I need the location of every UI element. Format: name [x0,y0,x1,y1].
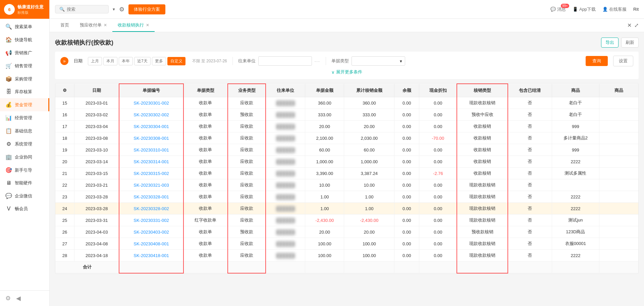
marketing-icon: 📢 [5,50,12,56]
cell-seq: 23 [55,191,74,203]
total-label: 合计 [55,261,119,273]
cell-seq: 19 [55,144,74,156]
total-discount [419,261,457,273]
tab-pre-payment-close[interactable]: ✕ [104,23,107,27]
cell-seq: 17 [55,121,74,132]
cell-counterparty: ██████ [266,226,305,238]
total-verified [344,261,394,273]
expand-icon[interactable]: ⤢ [634,22,639,28]
cell-doc-no: SK-20230328-002 [119,203,183,215]
total-balance [394,261,419,273]
cell-biz-type: 应收款 [228,179,266,191]
tab-pre-payment-label: 预应收付单 [80,22,102,28]
sidebar-item-purchase[interactable]: 📦 采购管理 [0,72,49,85]
tab-collection-exec-close[interactable]: ✕ [146,23,149,27]
tab-pre-payment[interactable]: 预应收付单 ✕ [74,19,112,32]
custom-date-btn[interactable]: 自定义 [167,57,185,65]
cell-product2 [599,132,638,144]
sidebar-bottom: ⚙ ◀ [0,290,49,306]
filter-row: » 日期 上月 本月 本年 近7天 更多 自定义 不限 至 2023-07-26… [60,56,633,66]
sidebar-item-finance[interactable]: 💰 资金管理 [0,98,49,111]
tab-home[interactable]: 首页 [55,19,74,32]
cell-product: 123D商品 [552,226,599,238]
sidebar-item-inventory[interactable]: 🗄 库存核算 [0,85,49,98]
sidebar-item-marketing[interactable]: 📢 营销推广 [0,46,49,59]
total-amount [305,261,344,273]
cell-balance: 0.00 [394,156,419,168]
col-doc-no: 单据编号 [119,84,183,97]
more-btn[interactable]: 更多 [152,57,166,65]
collapse-icon[interactable]: ◀ [16,295,21,302]
cell-counterparty: ██████ [266,168,305,179]
cell-include-cleared: 否 [508,121,552,132]
setting-button[interactable]: 设置 [613,56,633,66]
col-verified-amount: 累计核销金额 [344,84,394,97]
industry-btn[interactable]: 体验行业方案 [128,4,165,14]
counterparty-filter: 往来单位 ··· [238,56,320,66]
cell-verified-amount: 1.00 [344,191,394,203]
system-icon: ⚙ [5,141,12,147]
table-row: 22 2023-03-21 SK-20230321-003 收款单 应收款 ██… [55,179,638,191]
sidebar-item-guide[interactable]: 🎯 新手引导 [0,164,49,177]
cell-doc-no: SK-20230310-001 [119,144,183,156]
cell-verified-amount: 100.00 [344,238,394,250]
this-year-btn[interactable]: 本年 [119,57,133,65]
sidebar-item-enterprise[interactable]: 🏢 企业协同 [0,150,49,164]
sidebar-item-hardware[interactable]: 🖥 智能硬件 [0,177,49,189]
sidebar-item-basic[interactable]: 📋 基础信息 [0,124,49,137]
sidebar-item-label: 系统管理 [15,141,32,147]
cell-verified-amount: 3,387.24 [344,168,394,179]
search-input[interactable] [67,7,97,12]
query-button[interactable]: 查询 [586,56,608,66]
sidebar-item-quick-nav[interactable]: 🏠 快捷导航 [0,33,49,46]
last-month-btn[interactable]: 上月 [88,57,102,65]
cell-doc-type: 收款单 [183,179,228,191]
settings-icon[interactable]: ⚙ [63,88,67,93]
cell-date: 2023-03-02 [74,109,119,121]
topbar-search[interactable]: 🔍 [55,5,109,13]
sidebar-item-member[interactable]: V 畅会员 [0,202,49,215]
cell-cash-discount: 0.00 [419,179,457,191]
topbar-dropdown[interactable]: ▾ [113,7,115,12]
this-month-btn[interactable]: 本月 [103,57,117,65]
sidebar-item-search[interactable]: 🔍 搜索菜单 [0,20,49,33]
cell-verified-amount: 100.00 [344,250,394,261]
sidebar-item-label: 经营管理 [15,115,32,121]
sidebar-item-system[interactable]: ⚙ 系统管理 [0,137,49,150]
cell-verified-amount: 1.00 [344,203,394,215]
settings-icon[interactable]: ⚙ [5,295,11,302]
cell-date: 2023-03-01 [74,97,119,109]
sidebar-item-label: 库存核算 [15,89,32,95]
export-button[interactable]: 导出 [601,38,619,48]
refresh-button[interactable]: 刷新 [621,38,639,48]
total-doc-type [183,261,228,273]
last-7-days-btn[interactable]: 近7天 [134,57,151,65]
cell-product2 [599,156,638,168]
chevron-down-icon: ▾ [113,7,115,12]
gear-icon[interactable]: ⚙ [119,6,124,13]
sales-icon: 🛒 [5,63,12,69]
close-all-icon[interactable]: ✕ [627,22,632,28]
main-area: 🔍 ▾ ⚙ 体验行业方案 💬 消息 99+ 📱 App下载 👤 在线客服 Rit [50,0,644,306]
cell-product2 [599,109,638,121]
user-name-item[interactable]: Rit [633,7,639,12]
receipt-type-select[interactable]: ▾ [352,56,405,66]
cell-include-cleared: 否 [508,97,552,109]
total-product2 [599,261,638,273]
cell-include-cleared: 否 [508,156,552,168]
topbar-right: 💬 消息 99+ 📱 App下载 👤 在线客服 Rit [550,6,639,12]
online-service-item[interactable]: 👤 在线客服 [602,6,627,12]
notification-item[interactable]: 💬 消息 99+ [550,6,566,12]
sidebar-item-wechat[interactable]: 💬 企业微信 [0,189,49,202]
cell-counterparty: ██████ [266,97,305,109]
cell-product [552,179,599,191]
counterparty-input[interactable] [258,56,312,66]
app-download-item[interactable]: 📱 App下载 [573,6,596,12]
sidebar-item-sales[interactable]: 🛒 销售管理 [0,59,49,72]
filter-toggle-btn[interactable]: » [60,57,68,65]
tab-collection-exec[interactable]: 收款核销执行 ✕ [112,19,155,32]
expand-conditions-btn[interactable]: ∨ 展开更多条件 [60,69,633,75]
cell-amount: 1,000.00 [305,156,344,168]
cell-amount: 20.00 [305,121,344,132]
sidebar-item-operation[interactable]: 📊 经营管理 [0,111,49,124]
